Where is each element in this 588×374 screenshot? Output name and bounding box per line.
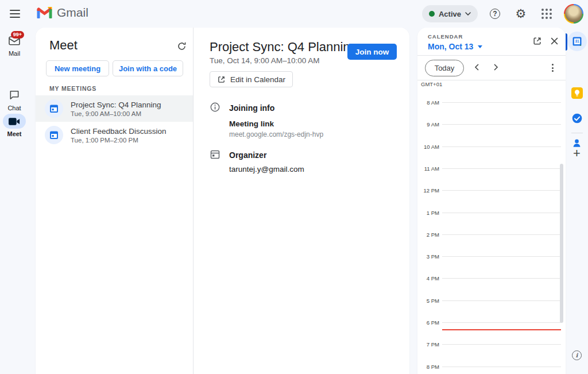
- new-meeting-button[interactable]: New meeting: [46, 60, 109, 76]
- mail-icon: 99+: [8, 36, 21, 46]
- refresh-icon[interactable]: [175, 40, 188, 54]
- google-calendar-rail-button[interactable]: 31: [566, 32, 588, 51]
- meeting-list: Project Sync: Q4 Planning Tue, 9:00 AM–1…: [36, 95, 193, 148]
- previous-day-button[interactable]: [471, 62, 483, 74]
- open-in-new-icon: [532, 36, 542, 46]
- info-icon: [210, 102, 220, 112]
- main-content-card: Meet New meeting Join with a code MY MEE…: [36, 28, 409, 374]
- edit-in-calendar-button[interactable]: Edit in Calendar: [210, 71, 293, 87]
- sidebar-item-meet[interactable]: Meet: [0, 114, 29, 137]
- hour-label: 1 PM: [417, 210, 439, 216]
- gmail-m-icon: [37, 7, 52, 18]
- hour-label: 6 PM: [417, 319, 439, 326]
- meeting-detail-pane: Project Sync: Q4 Planning Tue, Oct 14, 9…: [194, 28, 409, 374]
- meet-list-pane: Meet New meeting Join with a code MY MEE…: [36, 28, 194, 374]
- meeting-detail-datetime: Tue, Oct 14, 9:00 AM–10:00 AM: [210, 56, 320, 65]
- mail-label: Mail: [0, 50, 29, 57]
- hour-label: 8 PM: [417, 364, 439, 370]
- hour-label: 11 AM: [417, 165, 439, 172]
- google-calendar-icon: 31: [572, 36, 582, 47]
- close-icon: [550, 37, 559, 45]
- meet-actions: New meeting Join with a code: [46, 60, 183, 76]
- meeting-list-item-2[interactable]: Client Feedback Discussion Tue, 1:00 PM–…: [36, 122, 193, 148]
- event-calendar-icon: [45, 126, 63, 144]
- meeting-link-url[interactable]: meet.google.com/zgs-edjn-hvp: [229, 130, 323, 138]
- help-button[interactable]: ?: [486, 5, 504, 22]
- app-title: Gmail: [57, 6, 88, 20]
- chevron-right-icon: [491, 63, 500, 72]
- google-keep-rail-button[interactable]: [566, 87, 588, 99]
- calendar-panel-label: CALENDAR: [428, 33, 463, 40]
- hour-label: 8 AM: [417, 99, 439, 106]
- chat-label: Chat: [0, 105, 29, 111]
- sidebar-item-chat[interactable]: Chat: [0, 87, 29, 111]
- hour-label: 5 PM: [417, 298, 439, 304]
- account-avatar[interactable]: [564, 4, 583, 24]
- calendar-day-grid[interactable]: GMT+01 8 AM 9 AM 10 AM 11 AM 12 PM 1 PM …: [417, 80, 566, 374]
- meet-camera-icon: [9, 117, 20, 126]
- edit-in-calendar-label: Edit in Calendar: [230, 75, 285, 84]
- meeting-link-label: Meeting link: [229, 119, 274, 128]
- mail-badge: 99+: [11, 31, 24, 38]
- joining-info-heading: Joining info: [229, 103, 274, 113]
- chevron-left-icon: [473, 63, 482, 72]
- calendar-panel-header: CALENDAR Mon, Oct 13: [417, 28, 566, 56]
- calendar-options-icon[interactable]: [546, 61, 559, 74]
- avatar-photo: [565, 5, 582, 22]
- hour-label: 2 PM: [417, 232, 439, 238]
- meet-label: Meet: [0, 130, 29, 137]
- main-menu-icon[interactable]: [5, 3, 25, 24]
- google-tasks-icon: [571, 113, 583, 124]
- google-tasks-rail-button[interactable]: [566, 113, 588, 124]
- next-day-button[interactable]: [490, 62, 501, 74]
- rail-divider: [571, 133, 583, 133]
- side-panel-info-button[interactable]: i: [566, 350, 588, 360]
- hour-label: 10 AM: [417, 144, 439, 150]
- active-status-icon: [429, 11, 435, 17]
- calendar-side-panel: CALENDAR Mon, Oct 13 Today GMT+01: [417, 28, 566, 374]
- gmail-app: Gmail Active ? ⚙ 9: [0, 0, 588, 374]
- status-label: Active: [439, 10, 461, 18]
- calendar-date-label: Mon, Oct 13: [428, 42, 473, 51]
- open-in-new-tab-button[interactable]: [531, 36, 543, 48]
- current-time-indicator: [442, 329, 561, 330]
- apps-grid-icon: [541, 9, 552, 19]
- left-navigation-rail: 99+ Mail Chat Meet: [0, 28, 29, 374]
- hour-label: 4 PM: [417, 275, 439, 282]
- help-icon: ?: [490, 9, 500, 19]
- chat-icon: [9, 89, 20, 101]
- companion-rail: 31 + i: [566, 28, 588, 374]
- meeting-detail-title: Project Sync: Q4 Planning: [210, 40, 357, 55]
- gear-icon: ⚙: [516, 8, 527, 20]
- apps-grid-button[interactable]: [538, 5, 555, 22]
- gmail-logo: Gmail: [37, 6, 88, 20]
- info-icon: i: [572, 350, 582, 360]
- open-in-new-icon: [217, 75, 226, 84]
- meeting-title: Client Feedback Discussion: [71, 127, 167, 136]
- organizer-heading: Organizer: [229, 151, 266, 160]
- hour-label: 3 PM: [417, 253, 439, 260]
- join-with-code-button[interactable]: Join with a code: [113, 60, 183, 76]
- google-keep-icon: [571, 87, 583, 99]
- hour-label: 9 AM: [417, 121, 439, 128]
- get-add-ons-button[interactable]: +: [566, 147, 588, 160]
- join-now-button[interactable]: Join now: [347, 44, 397, 60]
- today-button[interactable]: Today: [425, 60, 464, 76]
- settings-button[interactable]: ⚙: [512, 5, 529, 22]
- hour-label: 7 PM: [417, 341, 439, 348]
- header-actions: Active ? ⚙: [422, 0, 583, 28]
- my-meetings-label: MY MEETINGS: [49, 85, 96, 92]
- event-calendar-icon: [45, 99, 63, 118]
- sidebar-item-mail[interactable]: 99+ Mail: [0, 33, 29, 57]
- status-selector[interactable]: Active: [422, 5, 478, 22]
- timezone-label: GMT+01: [421, 81, 442, 87]
- close-panel-button[interactable]: [548, 36, 560, 48]
- meeting-time: Tue, 1:00 PM–2:00 PM: [71, 137, 167, 144]
- meeting-time: Tue, 9:00 AM–10:00 AM: [71, 110, 161, 117]
- calendar-date-selector[interactable]: Mon, Oct 13: [428, 42, 482, 51]
- calendar-toolbar: Today: [417, 56, 566, 80]
- calendar-scrollbar[interactable]: [560, 164, 563, 323]
- hour-label: 12 PM: [417, 187, 439, 194]
- meeting-list-item-1[interactable]: Project Sync: Q4 Planning Tue, 9:00 AM–1…: [36, 95, 193, 122]
- organizer-calendar-icon: [210, 149, 220, 159]
